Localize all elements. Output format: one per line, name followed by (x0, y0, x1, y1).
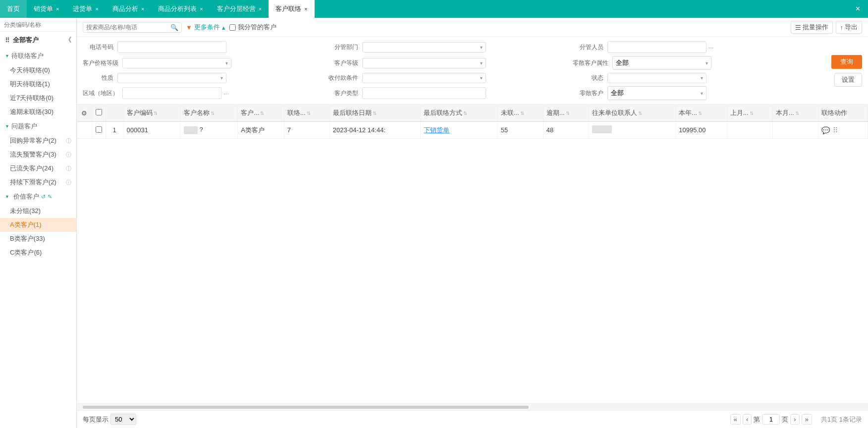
sidebar-item-overdue[interactable]: 逾期未联络(30) (0, 105, 76, 119)
col-header-name[interactable]: 客户名称 ⇅ (180, 105, 237, 122)
sidebar-item-unclassified[interactable]: 未分组(32) (0, 204, 76, 218)
set-button[interactable]: 设置 (834, 73, 862, 87)
customer-level-select[interactable]: ▾ (362, 58, 486, 68)
sidebar-item-repurchase[interactable]: 回购异常客户(2) ⓘ (0, 134, 76, 148)
edit-icon[interactable]: ✎ (48, 194, 52, 200)
close-sales-tab[interactable]: × (56, 6, 59, 12)
row-lastmethod-cell[interactable]: 下销货单 (421, 122, 497, 139)
action-message-icon[interactable]: 💬 (821, 126, 830, 134)
scattered-select[interactable]: 全部 ▾ (607, 86, 706, 100)
refresh-icon[interactable]: ↺ (41, 194, 46, 200)
search-input[interactable] (86, 24, 170, 31)
row-name-cell[interactable]: ? (180, 122, 237, 139)
search-icon[interactable]: 🔍 (170, 24, 178, 31)
filter-action-buttons: 查询 设置 (817, 41, 862, 100)
my-customers-checkbox[interactable]: 我分管的客户 (229, 23, 276, 32)
close-product-analysis-tab[interactable]: × (141, 6, 144, 12)
price-level-select[interactable]: ▾ (122, 58, 231, 68)
sidebar-item-week[interactable]: 近7天待联络(0) (0, 91, 76, 105)
per-page-select[interactable]: 50 100 200 (110, 414, 136, 425)
scattered-attr-select[interactable]: 全部 ▾ (612, 56, 711, 70)
col-header-uncontacted[interactable]: 未联... ⇅ (497, 105, 543, 122)
person-input[interactable] (607, 41, 706, 53)
close-purchase-tab[interactable]: × (95, 6, 98, 12)
region-label: 区域（地区） (83, 89, 122, 98)
close-customer-contact-tab[interactable]: × (304, 6, 307, 12)
status-select[interactable]: ▾ (607, 73, 706, 83)
row-checkbox[interactable] (96, 126, 102, 133)
col-header-gear[interactable]: ⚙ (77, 105, 92, 122)
col-header-lastdate[interactable]: 最后联络日期 ⇅ (329, 105, 421, 122)
tab-sales[interactable]: 销货单 × (27, 0, 66, 18)
info-icon-declining: ⓘ (66, 179, 71, 186)
sort-icon-lastdate: ⇅ (373, 110, 377, 116)
contact2-blurred (592, 125, 612, 133)
close-product-analysis-list-tab[interactable]: × (200, 6, 203, 12)
close-customer-segmentation-tab[interactable]: × (259, 6, 262, 12)
sidebar-item-classA[interactable]: A类客户(1) (0, 218, 76, 232)
query-button[interactable]: 查询 (831, 55, 862, 69)
tab-customer-contact[interactable]: 客户联络 × (269, 0, 314, 18)
region-dots[interactable]: ··· (223, 90, 229, 97)
tab-product-analysis[interactable]: 商品分析 × (106, 0, 151, 18)
export-button[interactable]: ↑ 导出 (836, 21, 863, 34)
col-header-contact2[interactable]: 往来单位联系人 ⇅ (589, 105, 675, 122)
more-filters-button[interactable]: ▼ 更多条件 ▴ (186, 23, 225, 32)
person-dots[interactable]: ··· (708, 44, 714, 51)
sidebar-item-classC[interactable]: C类客户(6) (0, 246, 76, 260)
page-number-input[interactable] (762, 414, 780, 425)
customer-type-input[interactable] (362, 87, 486, 99)
sidebar-item-lost[interactable]: 已流失客户(24) ⓘ (0, 161, 76, 175)
col-header-level[interactable]: 客户... ⇅ (238, 105, 284, 122)
close-all-button[interactable]: × (852, 2, 864, 15)
sidebar-item-classB[interactable]: B类客户(33) (0, 232, 76, 246)
info-icon-churn: ⓘ (66, 151, 71, 159)
page-unit: 页 (782, 415, 788, 424)
prev-page-button[interactable]: ‹ (743, 414, 752, 425)
action-more-icon[interactable]: ⠿ (833, 126, 838, 134)
last-page-button[interactable]: » (802, 414, 812, 425)
col-header-code[interactable]: 客户编码 ⇅ (123, 105, 180, 122)
select-all-checkbox[interactable] (96, 109, 102, 115)
col-header-contact[interactable]: 联络... ⇅ (284, 105, 329, 122)
tab-product-analysis-list[interactable]: 商品分析列表 × (151, 0, 210, 18)
sidebar-item-today[interactable]: 今天待联络(0) (0, 63, 76, 77)
col-header-overdue[interactable]: 逾期... ⇅ (543, 105, 589, 122)
col-header-thisyear[interactable]: 本年... ⇅ (676, 105, 727, 122)
first-page-button[interactable]: « (730, 414, 741, 425)
batch-ops-button[interactable]: ☰ 批量操作 (791, 21, 833, 34)
sidebar-collapse-button[interactable]: 《 (65, 36, 71, 45)
filter-dept: 分管部门 ▾ (327, 42, 572, 53)
tab-customer-segmentation[interactable]: 客户分层经营 × (210, 0, 269, 18)
tab-purchase[interactable]: 进货单 × (66, 0, 105, 18)
row-overdue-cell: 48 (543, 122, 589, 139)
nature-select[interactable]: ▾ (117, 73, 226, 83)
customer-type-label: 客户类型 (327, 89, 362, 98)
col-header-check[interactable] (92, 105, 106, 122)
sidebar-all-customers[interactable]: ⠿ 全部客户 《 (0, 32, 76, 49)
col-header-thismonth[interactable]: 本月... ⇅ (772, 105, 818, 122)
horizontal-scrollbar[interactable] (77, 403, 868, 410)
dept-label: 分管部门 (327, 43, 362, 52)
sidebar-section-problem: 问题客户 (0, 119, 76, 134)
last-method-link[interactable]: 下销货单 (424, 126, 449, 134)
info-icon-lost: ⓘ (66, 165, 71, 172)
sidebar-item-churn[interactable]: 流失预警客户(3) ⓘ (0, 148, 76, 161)
col-header-lastmonth[interactable]: 上月... ⇅ (727, 105, 772, 122)
sidebar-search-input[interactable] (4, 21, 77, 28)
phone-label: 电话号码 (83, 43, 117, 52)
region-input[interactable] (122, 87, 221, 99)
my-customers-check[interactable] (229, 24, 236, 31)
phone-input[interactable] (117, 41, 226, 53)
row-check-cell[interactable] (92, 122, 106, 139)
col-header-lastmethod[interactable]: 最后联络方式 ⇅ (421, 105, 497, 122)
sidebar-item-declining[interactable]: 持续下滑客户(2) ⓘ (0, 175, 76, 189)
sidebar-search-bar: 🔍 (0, 18, 76, 32)
price-level-arrow: ▾ (225, 60, 228, 66)
sidebar-item-tomorrow[interactable]: 明天待联络(1) (0, 77, 76, 91)
next-page-button[interactable]: › (790, 414, 799, 425)
dept-select[interactable]: ▾ (362, 42, 486, 53)
sidebar: 🔍 ⠿ 全部客户 《 待联络客户 今天待联络(0) 明天待联络(1) 近7天待联… (0, 18, 77, 428)
tab-home[interactable]: 首页 (0, 0, 27, 18)
payment-select[interactable]: ▾ (362, 73, 486, 83)
